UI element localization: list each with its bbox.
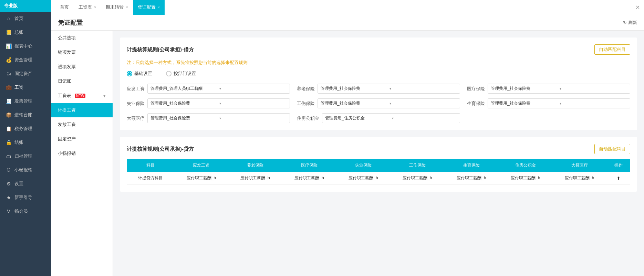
label-zhufang: 住房公积金 (297, 115, 319, 121)
tab-home[interactable]: 首页 (55, 0, 74, 15)
sidebar-item-label: 新手引导 (14, 194, 32, 201)
chevron-down-icon: ▾ (219, 116, 287, 120)
chevron-down-icon: ▾ (219, 87, 287, 91)
col-header-gongshang: 工伤保险 (390, 159, 444, 172)
select-shengyu[interactable]: 管理费用_社会保险费 ▾ (488, 98, 630, 108)
salary-icon: 💼 (6, 85, 12, 90)
cell-shengyu[interactable]: 应付职工薪酬_b (444, 172, 498, 185)
sidebar-item-salary[interactable]: 💼 工资 (0, 81, 51, 94)
cell-yiliao[interactable]: 应付职工薪酬_b (282, 172, 336, 185)
sidebar-item-label: 发票管理 (14, 98, 32, 104)
expand-icon: ▾ (103, 93, 106, 98)
credit-table-head: 科目 应发工资 养老保险 医疗保险 失业保险 工伤保险 生育保险 住房公积金 大… (127, 159, 630, 172)
debit-form-grid: 应发工资 管理费用_管理人员职工薪酬 ▾ 养老保险 管理费用_社会保险费 ▾ (127, 84, 630, 123)
sidebar-item-member[interactable]: V 畅会员 (0, 204, 51, 218)
form-item-dale: 大额医疗 管理费用_社会保险费 ▾ (127, 113, 290, 123)
sidebar-item-closing[interactable]: 🔒 结账 (0, 136, 51, 149)
sidebar-item-funds[interactable]: 💰 资金管理 (0, 53, 51, 67)
nav-item-pay-salary[interactable]: 发放工资 (51, 117, 113, 132)
radio-basic-dot (128, 72, 131, 75)
label-gongshang: 工伤保险 (297, 100, 315, 107)
nav-item-payroll-table[interactable]: 工资表 NEW ▾ (51, 88, 113, 103)
assets-icon: 🗂 (6, 71, 12, 76)
nav-item-xiaochang-exp[interactable]: 小畅报销 (51, 146, 113, 161)
nav-item-input-invoice[interactable]: 进项发票 (51, 60, 113, 74)
nav-item-public[interactable]: 公共选项 (51, 31, 113, 45)
content-area: 公共选项 销项发票 进项发票 日记账 工资表 NEW ▾ 计提工资 发放工资 (51, 31, 644, 276)
ledger-icon: 📒 (6, 30, 12, 35)
cell-action[interactable]: ⬆ (606, 172, 630, 185)
sidebar-item-tax[interactable]: 📋 税务管理 (0, 122, 51, 136)
select-yingfa[interactable]: 管理费用_管理人员职工薪酬 ▾ (147, 84, 290, 94)
reports-icon: 📊 (6, 43, 12, 49)
sidebar: 专业版 ⌂ 首页 📒 总账 📊 报表中心 💰 资金管理 🗂 固定资产 💼 工资 … (0, 0, 51, 276)
sidebar-item-assets[interactable]: 🗂 固定资产 (0, 67, 51, 81)
cell-yingfa[interactable]: 应付职工薪酬_b (174, 172, 228, 185)
close-all-tabs[interactable]: ✕ (635, 4, 640, 11)
select-dale[interactable]: 管理费用_社会保险费 ▾ (147, 113, 290, 123)
cell-gongshang[interactable]: 应付职工薪酬_b (390, 172, 444, 185)
nav-item-calc-salary[interactable]: 计提工资 (51, 103, 113, 117)
radio-basic[interactable]: 基础设置 (127, 71, 152, 77)
cell-shiye[interactable]: 应付职工薪酬_b (336, 172, 390, 185)
select-gongshang[interactable]: 管理费用_社会保险费 ▾ (318, 98, 460, 108)
label-yanglao: 养老保险 (297, 86, 315, 92)
sidebar-item-archive[interactable]: 🗃 归档管理 (0, 149, 51, 163)
tab-period-label: 期末结转 (106, 4, 124, 10)
sidebar-item-label: 总账 (14, 29, 23, 35)
cell-zhufang[interactable]: 应付职工薪酬_b (498, 172, 552, 185)
left-nav: 公共选项 销项发票 进项发票 日记账 工资表 NEW ▾ 计提工资 发放工资 (51, 31, 113, 276)
sidebar-item-label: 设置 (14, 181, 23, 187)
col-header-shengyu: 生育保险 (444, 159, 498, 172)
tab-payroll-close[interactable]: × (94, 5, 96, 9)
page-title: 凭证配置 (58, 19, 83, 27)
form-item-shiye: 失业保险 管理费用_社会保险费 ▾ (127, 98, 290, 108)
form-item-yiliao: 医疗保险 管理费用_社会保险费 ▾ (467, 84, 630, 94)
sidebar-item-invoice[interactable]: 🧾 发票管理 (0, 94, 51, 108)
tab-payroll[interactable]: 工资表 × (74, 0, 101, 15)
select-yiliao[interactable]: 管理费用_社会保险费 ▾ (488, 84, 630, 94)
select-zhufang[interactable]: 管理费用_住房公积金 ▾ (322, 113, 460, 123)
tab-period-close[interactable]: × (126, 5, 128, 9)
sidebar-item-label: 畅会员 (14, 208, 28, 214)
debit-auto-match-button[interactable]: 自动匹配科目 (594, 44, 630, 55)
select-yanglao[interactable]: 管理费用_社会保险费 ▾ (318, 84, 460, 94)
tab-voucher[interactable]: 凭证配置 × (133, 0, 165, 15)
sidebar-item-guide[interactable]: ★ 新手引导 (0, 191, 51, 204)
sidebar-item-settings[interactable]: ⚙ 设置 (0, 177, 51, 191)
guide-icon: ★ (6, 195, 12, 200)
member-icon: V (6, 209, 12, 214)
nav-item-fixed-assets[interactable]: 固定资产 (51, 132, 113, 146)
refresh-button[interactable]: ↻ 刷新 (623, 20, 637, 26)
inventory-icon: 📦 (6, 112, 12, 118)
credit-table: 科目 应发工资 养老保险 医疗保险 失业保险 工伤保险 生育保险 住房公积金 大… (127, 159, 630, 185)
radio-basic-circle (127, 71, 132, 76)
radio-basic-label: 基础设置 (134, 71, 152, 77)
tab-voucher-close[interactable]: × (158, 5, 160, 9)
nav-item-red-invoice[interactable]: 销项发票 (51, 45, 113, 60)
debit-section-title: 计提核算规则(公司承担)-借方 (127, 46, 194, 53)
sidebar-item-inventory[interactable]: 📦 进销台账 (0, 108, 51, 122)
sidebar-item-reports[interactable]: 📊 报表中心 (0, 39, 51, 53)
cell-dale[interactable]: 应付职工薪酬_b (552, 172, 606, 185)
radio-dept[interactable]: 按部门设置 (166, 71, 196, 77)
cell-yanglao[interactable]: 应付职工薪酬_b (228, 172, 282, 185)
main-area: 首页 工资表 × 期末结转 × 凭证配置 × ✕ 凭证配置 ↻ 刷新 公共选项 (51, 0, 644, 276)
label-yingfa: 应发工资 (127, 86, 145, 92)
form-item-zhufang: 住房公积金 管理费用_住房公积金 ▾ (297, 113, 460, 123)
sidebar-item-xiaochang[interactable]: © 小畅报销 (0, 163, 51, 177)
form-item-shengyu: 生育保险 管理费用_社会保险费 ▾ (467, 98, 630, 108)
debit-section: 计提核算规则(公司承担)-借方 自动匹配科目 注：只能选择一种方式，系统将按照您… (120, 38, 637, 130)
new-badge: NEW (75, 94, 85, 98)
brand-header: 专业版 (0, 0, 51, 12)
credit-table-wrapper: 科目 应发工资 养老保险 医疗保险 失业保险 工伤保险 生育保险 住房公积金 大… (127, 159, 630, 185)
sidebar-item-ledger[interactable]: 📒 总账 (0, 25, 51, 39)
chevron-down-icon: ▾ (219, 102, 287, 105)
credit-auto-match-button[interactable]: 自动匹配科目 (594, 144, 630, 154)
tabs-bar: 首页 工资表 × 期末结转 × 凭证配置 × ✕ (51, 0, 644, 15)
select-shiye[interactable]: 管理费用_社会保险费 ▾ (147, 98, 290, 108)
tax-icon: 📋 (6, 126, 12, 131)
tab-period[interactable]: 期末结转 × (101, 0, 133, 15)
sidebar-item-home[interactable]: ⌂ 首页 (0, 12, 51, 25)
nav-item-journal[interactable]: 日记账 (51, 74, 113, 88)
